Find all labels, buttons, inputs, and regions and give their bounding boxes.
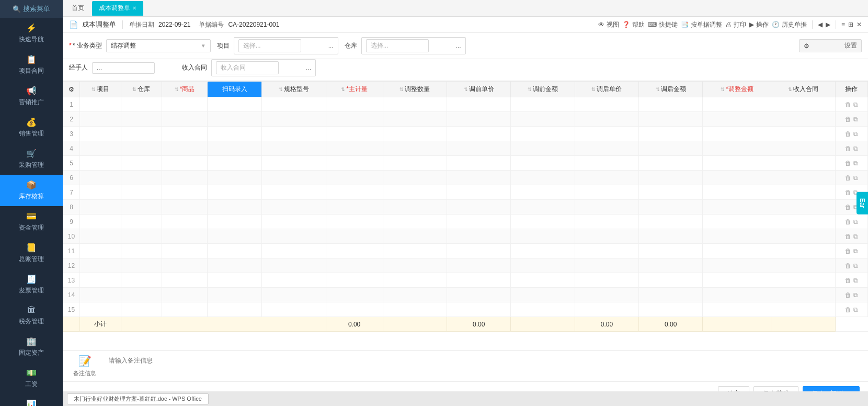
cell[interactable] bbox=[575, 185, 638, 200]
sidebar-item-sales-promo[interactable]: 📢 营销推广 bbox=[0, 81, 63, 112]
cell[interactable] bbox=[262, 97, 326, 112]
layout-grid-icon[interactable]: ⊞ bbox=[848, 21, 853, 28]
cell[interactable] bbox=[326, 288, 383, 302]
cell[interactable] bbox=[447, 185, 510, 200]
cell[interactable] bbox=[447, 288, 510, 302]
col-warehouse[interactable]: ⇅仓库 bbox=[121, 82, 162, 97]
shortcut-btn[interactable]: ⌨ 快捷键 bbox=[648, 20, 678, 29]
cell[interactable] bbox=[511, 171, 575, 185]
col-settings[interactable]: ⚙ bbox=[63, 82, 80, 97]
cell[interactable] bbox=[162, 97, 208, 112]
cell[interactable] bbox=[511, 229, 575, 244]
cell[interactable] bbox=[575, 200, 638, 215]
cell[interactable] bbox=[121, 302, 162, 317]
cell[interactable] bbox=[208, 156, 262, 171]
copy-row-icon[interactable]: ⧉ bbox=[853, 174, 858, 182]
col-after-price[interactable]: ⇅调后单价 bbox=[575, 82, 638, 97]
cell[interactable] bbox=[383, 127, 447, 141]
sidebar-item-ledger-mgmt[interactable]: 📒 总账管理 bbox=[0, 238, 63, 269]
cell[interactable] bbox=[208, 112, 262, 127]
cell[interactable] bbox=[121, 156, 162, 171]
cell[interactable] bbox=[326, 141, 383, 156]
delete-row-icon[interactable]: 🗑 bbox=[845, 277, 851, 284]
cell[interactable] bbox=[80, 171, 121, 185]
cell[interactable] bbox=[80, 97, 121, 112]
business-type-input[interactable]: 结存调整 ▼ bbox=[106, 39, 211, 52]
cell[interactable] bbox=[326, 258, 383, 273]
cell[interactable] bbox=[703, 273, 771, 288]
sidebar-item-fixed-assets[interactable]: 🏢 固定资产 bbox=[0, 331, 63, 363]
cell[interactable] bbox=[703, 156, 771, 171]
cell[interactable] bbox=[575, 302, 638, 317]
copy-row-icon[interactable]: ⧉ bbox=[853, 130, 858, 138]
sidebar-item-fund-mgmt[interactable]: 💳 资金管理 bbox=[0, 206, 63, 238]
cell[interactable] bbox=[447, 141, 510, 156]
help-btn[interactable]: ❓ 帮助 bbox=[622, 20, 645, 29]
cell[interactable] bbox=[80, 185, 121, 200]
cell[interactable] bbox=[575, 97, 638, 112]
cell[interactable] bbox=[771, 215, 835, 229]
cell[interactable] bbox=[262, 185, 326, 200]
delete-row-icon[interactable]: 🗑 bbox=[845, 291, 851, 299]
cell[interactable] bbox=[703, 244, 771, 258]
cell[interactable] bbox=[703, 112, 771, 127]
cell[interactable] bbox=[639, 244, 703, 258]
sidebar-item-purchase-mgmt[interactable]: 🛒 采购管理 bbox=[0, 143, 63, 175]
cell[interactable] bbox=[703, 141, 771, 156]
cell[interactable] bbox=[208, 215, 262, 229]
copy-row-icon[interactable]: ⧉ bbox=[853, 262, 858, 269]
cell[interactable] bbox=[262, 302, 326, 317]
history-btn[interactable]: 🕐 历史单据 bbox=[772, 20, 807, 29]
cell[interactable] bbox=[326, 171, 383, 185]
cell[interactable] bbox=[703, 288, 771, 302]
cell[interactable] bbox=[162, 229, 208, 244]
cell[interactable] bbox=[262, 200, 326, 215]
cell[interactable] bbox=[383, 156, 447, 171]
cell[interactable] bbox=[771, 288, 835, 302]
cell[interactable] bbox=[162, 258, 208, 273]
delete-row-icon[interactable]: 🗑 bbox=[845, 306, 851, 313]
col-scan[interactable]: 扫码录入 bbox=[208, 82, 262, 97]
sidebar-item-inventory[interactable]: 📦 库存核算 bbox=[0, 175, 63, 206]
cell[interactable] bbox=[511, 258, 575, 273]
cell[interactable] bbox=[575, 156, 638, 171]
cell[interactable] bbox=[80, 244, 121, 258]
sidebar-item-invoice-mgmt[interactable]: 🧾 发票管理 bbox=[0, 269, 63, 300]
sidebar-item-sales-mgmt[interactable]: 💰 销售管理 bbox=[0, 112, 63, 143]
cell[interactable] bbox=[703, 171, 771, 185]
cell[interactable] bbox=[383, 200, 447, 215]
delete-row-icon[interactable]: 🗑 bbox=[845, 247, 851, 255]
cell[interactable] bbox=[447, 112, 510, 127]
col-before-amount[interactable]: ⇅调前金额 bbox=[511, 82, 575, 97]
cell[interactable] bbox=[703, 229, 771, 244]
cell[interactable] bbox=[262, 258, 326, 273]
cell[interactable] bbox=[383, 229, 447, 244]
cell[interactable] bbox=[208, 229, 262, 244]
view-btn[interactable]: 👁 视图 bbox=[598, 20, 619, 29]
cell[interactable] bbox=[121, 97, 162, 112]
cell[interactable] bbox=[639, 229, 703, 244]
cell[interactable] bbox=[326, 97, 383, 112]
cell[interactable] bbox=[326, 112, 383, 127]
cell[interactable] bbox=[771, 156, 835, 171]
cell[interactable] bbox=[121, 229, 162, 244]
window-close-btn[interactable]: ✕ bbox=[856, 21, 862, 28]
cell[interactable] bbox=[262, 288, 326, 302]
cell[interactable] bbox=[121, 273, 162, 288]
cell[interactable] bbox=[447, 258, 510, 273]
warehouse-input[interactable]: 选择... ... bbox=[361, 37, 466, 54]
cell[interactable] bbox=[80, 302, 121, 317]
cell[interactable] bbox=[447, 97, 510, 112]
cell[interactable] bbox=[511, 215, 575, 229]
sidebar-item-payroll[interactable]: 💵 工资 bbox=[0, 363, 63, 394]
cell[interactable] bbox=[575, 141, 638, 156]
sidebar-item-ops-mgmt[interactable]: 📊 经营管理 bbox=[0, 394, 63, 406]
right-edge-tab[interactable]: Ear bbox=[856, 192, 868, 215]
cell[interactable] bbox=[383, 112, 447, 127]
sidebar-item-quick-nav[interactable]: ⚡ 快速导航 bbox=[0, 18, 63, 49]
cell[interactable] bbox=[575, 258, 638, 273]
nav-next-btn[interactable]: ▶ bbox=[826, 21, 830, 28]
cell[interactable] bbox=[511, 200, 575, 215]
cell[interactable] bbox=[162, 185, 208, 200]
cell[interactable] bbox=[326, 156, 383, 171]
